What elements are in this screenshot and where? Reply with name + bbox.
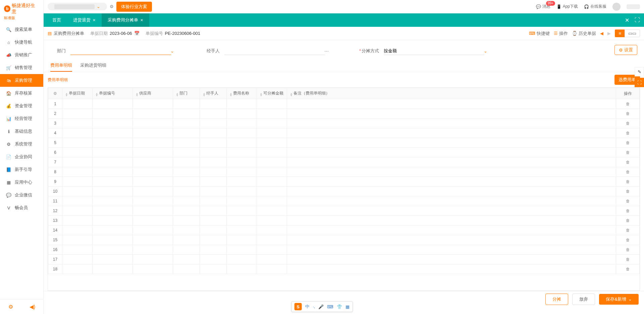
allocate-button[interactable]: 分摊: [545, 294, 568, 305]
table-row[interactable]: 13🗑: [48, 216, 640, 226]
app-download-link[interactable]: 📱 App下载: [556, 4, 578, 9]
table-row[interactable]: 17🗑: [48, 255, 640, 264]
nav-item-9[interactable]: ⚙系统管理: [0, 138, 43, 150]
subtab-expense[interactable]: 费用单明细: [50, 60, 72, 72]
tab-2[interactable]: 采购费用分摊单✕: [102, 13, 149, 27]
settings-button[interactable]: ⚙设置: [614, 45, 637, 55]
nav-item-5[interactable]: 🏠库存核算: [0, 87, 43, 100]
col-no[interactable]: ▲▼单据编号: [93, 88, 133, 99]
method-field[interactable]: *分摊方式 ⌄: [359, 47, 487, 55]
operate-link[interactable]: ☰操作: [554, 30, 568, 37]
col-handler[interactable]: ▲▼经手人: [200, 88, 227, 99]
table-row[interactable]: 8🗑: [48, 167, 640, 177]
nav-item-12[interactable]: ▦应用中心: [0, 176, 43, 189]
avatar[interactable]: [612, 3, 621, 11]
trial-button[interactable]: 体验行业方案: [116, 2, 152, 12]
close-all-icon[interactable]: ✕: [624, 16, 631, 25]
table-row[interactable]: 5🗑: [48, 138, 640, 148]
delete-row-icon[interactable]: 🗑: [616, 99, 640, 109]
col-amount[interactable]: ▲▼可分摊金额: [257, 88, 287, 99]
fullscreen-icon[interactable]: ⛶: [633, 16, 641, 24]
delete-row-icon[interactable]: 🗑: [616, 167, 640, 177]
delete-row-icon[interactable]: 🗑: [616, 158, 640, 167]
nav-item-3[interactable]: 🛒销售管理: [0, 61, 43, 74]
table-row[interactable]: 4🗑: [48, 128, 640, 138]
ime-punct-icon[interactable]: ⸱,: [313, 304, 315, 309]
table-row[interactable]: 15🗑: [48, 235, 640, 245]
tab-1[interactable]: 进货退货✕: [67, 13, 102, 27]
shortcut-link[interactable]: ⌨快捷键: [529, 30, 550, 37]
delete-row-icon[interactable]: 🗑: [616, 226, 640, 235]
nav-item-11[interactable]: 📘新手引导: [0, 163, 43, 176]
gear-column-icon[interactable]: ⚙: [48, 88, 62, 99]
ime-keyboard-icon[interactable]: ⌨: [327, 304, 333, 309]
nav-item-13[interactable]: 💬企业微信: [0, 189, 43, 201]
sidebar-settings-icon[interactable]: ⚙: [0, 300, 22, 314]
tab-0[interactable]: 首页: [46, 13, 67, 27]
list-view-button[interactable]: ≡: [615, 29, 625, 37]
delete-row-icon[interactable]: 🗑: [616, 177, 640, 187]
table-row[interactable]: 3🗑: [48, 119, 640, 128]
nav-item-6[interactable]: 💰资金管理: [0, 100, 43, 112]
ime-lang[interactable]: 中: [305, 304, 310, 310]
table-row[interactable]: 14🗑: [48, 226, 640, 235]
handler-input[interactable]: [224, 47, 325, 55]
dept-input[interactable]: [70, 47, 171, 55]
delete-row-icon[interactable]: 🗑: [616, 128, 640, 138]
table-row[interactable]: 10🗑: [48, 187, 640, 196]
delete-row-icon[interactable]: 🗑: [616, 109, 640, 119]
delete-row-icon[interactable]: 🗑: [616, 235, 640, 245]
col-name[interactable]: ▲▼费用名称: [227, 88, 257, 99]
org-selector[interactable]: ⌄: [48, 3, 107, 10]
col-remark[interactable]: ▲▼备注（费用单明细）: [287, 88, 616, 99]
table-row[interactable]: 6🗑: [48, 148, 640, 158]
nav-item-0[interactable]: 🔍搜索菜单: [0, 23, 43, 36]
col-dept[interactable]: ▲▼部门: [173, 88, 200, 99]
nav-item-8[interactable]: ℹ基础信息: [0, 125, 43, 138]
table-row[interactable]: 7🗑: [48, 158, 640, 167]
table-row[interactable]: 1🗑: [48, 99, 640, 109]
doc-date-field[interactable]: 单据日期 2023-06-06 📅: [90, 30, 140, 37]
save-new-button[interactable]: 保存&新增⌄: [599, 294, 639, 305]
messages-link[interactable]: 💬 消息 99+: [536, 4, 550, 9]
delete-row-icon[interactable]: 🗑: [616, 255, 640, 264]
side-expand-icon[interactable]: ⛶: [635, 78, 644, 87]
delete-row-icon[interactable]: 🗑: [616, 187, 640, 196]
col-supplier[interactable]: ▲▼供应商: [133, 88, 173, 99]
user-name[interactable]: [627, 4, 640, 9]
table-row[interactable]: 12🗑: [48, 206, 640, 216]
delete-row-icon[interactable]: 🗑: [616, 119, 640, 128]
delete-row-icon[interactable]: 🗑: [616, 245, 640, 255]
nav-item-2[interactable]: 📣营销推广: [0, 49, 43, 61]
history-link[interactable]: ⌚历史单据: [572, 30, 596, 37]
table-wrap[interactable]: ⚙ ▲▼单据日期 ▲▼单据编号 ▲▼供应商 ▲▼部门 ▲▼经手人 ▲▼费用名称 …: [48, 87, 640, 291]
nav-item-4[interactable]: 🛍采购管理: [0, 74, 43, 87]
table-row[interactable]: 16🗑: [48, 245, 640, 255]
method-input[interactable]: [384, 47, 484, 55]
delete-row-icon[interactable]: 🗑: [616, 216, 640, 226]
delete-row-icon[interactable]: 🗑: [616, 206, 640, 216]
support-link[interactable]: 🎧 在线客服: [584, 4, 606, 9]
ime-skin-icon[interactable]: 👕: [337, 304, 342, 309]
table-row[interactable]: 11🗑: [48, 196, 640, 206]
dept-field[interactable]: 部门 ⌄: [50, 47, 174, 55]
table-row[interactable]: 18🗑: [48, 264, 640, 274]
card-view-button[interactable]: ▭▭: [625, 29, 640, 37]
discard-button[interactable]: 放弃: [572, 294, 595, 305]
delete-row-icon[interactable]: 🗑: [616, 264, 640, 274]
table-row[interactable]: 9🗑: [48, 177, 640, 187]
ime-mic-icon[interactable]: 🎤: [318, 304, 324, 309]
nav-item-10[interactable]: 📄企业协同: [0, 150, 43, 163]
subtab-purchase[interactable]: 采购进货明细: [80, 60, 106, 72]
table-row[interactable]: 2🗑: [48, 109, 640, 119]
prev-arrow-icon[interactable]: ◀: [600, 31, 603, 36]
side-edit-icon[interactable]: ✎: [635, 67, 644, 76]
next-arrow-icon[interactable]: ▶: [607, 31, 611, 36]
sidebar-collapse-icon[interactable]: ◀): [22, 300, 44, 314]
ime-grid-icon[interactable]: ▦: [345, 304, 350, 309]
delete-row-icon[interactable]: 🗑: [616, 148, 640, 158]
gear-icon[interactable]: ⚙: [110, 4, 114, 9]
delete-row-icon[interactable]: 🗑: [616, 138, 640, 148]
handler-field[interactable]: 经手人 ⋯: [204, 47, 329, 55]
close-icon[interactable]: ✕: [93, 18, 96, 22]
